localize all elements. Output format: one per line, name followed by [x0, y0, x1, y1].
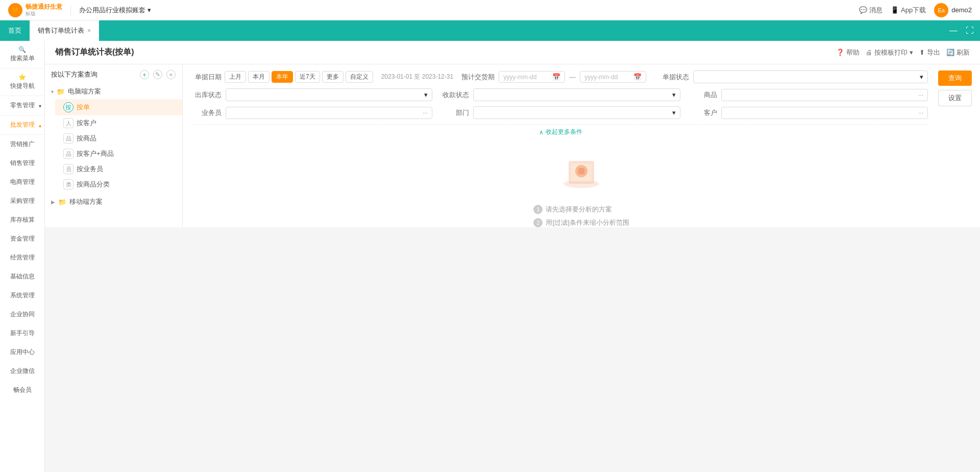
export-btn[interactable]: ⬆ 导出	[919, 48, 940, 57]
main-right: 单据日期 上月 本月 本年 近7天 更多 自定义 2023	[183, 64, 980, 227]
out-status-select[interactable]: ▾	[226, 88, 432, 101]
scheme-panel: 按以下方案查询 + ✎ « ▾	[45, 64, 183, 227]
tab-home-label: 首页	[8, 26, 21, 35]
user-area[interactable]: Ea demo2	[934, 3, 972, 17]
sidebar-item-wechat[interactable]: 企业微信	[0, 362, 44, 381]
scheme-by-category[interactable]: 类 按商品分类	[55, 177, 182, 192]
customer-group: 客户 ···	[689, 107, 928, 119]
customer-select[interactable]: ···	[721, 107, 928, 119]
scheme-by-goods[interactable]: 品 按商品	[55, 131, 182, 146]
logo-area: 🧡 畅捷通好生意 标版	[8, 3, 62, 17]
tab-maximize-btn[interactable]: ⛶	[964, 25, 976, 37]
filter-and-panel: 按以下方案查询 + ✎ « ▾	[45, 64, 980, 227]
sidebar-item-operations[interactable]: 经营管理	[0, 248, 44, 267]
expected-date-start[interactable]: yyyy-mm-dd 📅	[499, 71, 565, 83]
sidebar-item-enterprise[interactable]: 企业协同	[0, 305, 44, 324]
date-last7-btn[interactable]: 近7天	[295, 71, 320, 83]
template-print-btn[interactable]: 🖨 按模板打印 ▾	[866, 48, 913, 57]
apps-label: 应用中心	[10, 348, 35, 357]
settings-btn[interactable]: 设置	[938, 90, 972, 106]
sidebar-item-finance[interactable]: 资金管理	[0, 229, 44, 248]
help-btn[interactable]: ❓ 帮助	[836, 48, 860, 57]
by-salesperson-label: 按业务员	[77, 164, 103, 174]
sidebar-item-sales[interactable]: 销售管理	[0, 154, 44, 173]
message-label: 消息	[869, 6, 883, 15]
sidebar-item-basic[interactable]: 基础信息	[0, 267, 44, 286]
wholesale-label: 批发管理	[10, 121, 35, 129]
payment-status-select[interactable]: ▾	[473, 88, 680, 101]
scheme-by-customer[interactable]: 人 按客户	[55, 115, 182, 131]
sidebar-search-menu[interactable]: 🔍 搜索菜单	[0, 41, 44, 68]
scheme-by-salesperson[interactable]: 员 按业务员	[55, 161, 182, 177]
sidebar-item-purchase[interactable]: 采购管理	[0, 192, 44, 210]
top-bar-right: 💬 消息 📱 App下载 Ea demo2	[859, 3, 972, 17]
refresh-btn[interactable]: 🔄 刷新	[946, 48, 970, 57]
sidebar-item-retail[interactable]: 零售管理 ▾	[0, 96, 44, 115]
collapse-label: 收起更多条件	[546, 128, 582, 136]
add-circle-icon[interactable]: +	[140, 70, 149, 79]
date-this-month-btn[interactable]: 本月	[248, 71, 270, 83]
goods-select[interactable]: ···	[721, 89, 928, 101]
sidebar-item-system[interactable]: 系统管理	[0, 286, 44, 305]
mobile-expand-arrow: ▶	[51, 199, 55, 205]
tree-expand-arrow: ▾	[51, 89, 54, 95]
sidebar-quick-nav[interactable]: ⭐ 快捷导航	[0, 68, 44, 96]
bill-status-select[interactable]: ▾	[693, 70, 928, 83]
scheme-add-btn[interactable]: +	[139, 69, 150, 80]
date-more-btn[interactable]: 更多	[322, 71, 344, 83]
sidebar-item-member[interactable]: 畅会员	[0, 381, 44, 399]
bill-date-label: 单据日期	[193, 73, 222, 82]
tab-bar-controls: — ⛶	[947, 25, 980, 37]
scheme-collapse-btn[interactable]: «	[166, 69, 176, 80]
query-btn[interactable]: 查询	[938, 70, 972, 86]
wechat-label: 企业微信	[10, 367, 35, 375]
svg-rect-4	[578, 168, 584, 174]
print-chevron: ▾	[910, 49, 913, 56]
out-status-label: 出库状态	[193, 90, 222, 100]
scheme-by-order[interactable]: 按 按单	[55, 99, 182, 115]
app-download-btn[interactable]: 📱 App下载	[891, 6, 926, 15]
tree-pc-schemes[interactable]: ▾ 📁 电脑端方案	[45, 84, 182, 99]
salesperson-label: 业务员	[193, 108, 222, 117]
sidebar-item-wholesale[interactable]: 批发管理 ▴	[0, 115, 44, 135]
sidebar-item-inventory[interactable]: 库存核算	[0, 210, 44, 229]
goods-more-icon[interactable]: ···	[918, 91, 923, 99]
download-icon: 📱	[891, 6, 899, 14]
date-last-month-btn[interactable]: 上月	[225, 71, 246, 83]
department-select[interactable]: ▾	[473, 106, 680, 119]
by-customer-label: 按客户	[77, 119, 96, 128]
tab-bar: 首页 销售订单统计表 × — ⛶	[0, 20, 980, 41]
date-custom-btn[interactable]: 自定义	[346, 71, 373, 83]
sidebar-item-apps[interactable]: 应用中心	[0, 343, 44, 362]
tab-close-icon[interactable]: ×	[87, 27, 91, 34]
tree-folder-icon: 📁	[57, 88, 65, 96]
expected-date-end[interactable]: yyyy-mm-dd 📅	[580, 71, 646, 83]
tip1-num: 1	[533, 205, 543, 214]
newbie-label: 新手引导	[10, 329, 35, 338]
refresh-label: 刷新	[957, 48, 970, 57]
tree-mobile-schemes[interactable]: ▶ 📁 移动端方案	[45, 194, 182, 209]
by-salesperson-icon: 员	[63, 164, 74, 174]
date-this-year-btn[interactable]: 本年	[272, 71, 293, 83]
sidebar-item-newbie[interactable]: 新手引导	[0, 324, 44, 343]
edit-circle-icon[interactable]: ✎	[153, 70, 162, 79]
tab-minimize-btn[interactable]: —	[947, 25, 960, 37]
message-btn[interactable]: 💬 消息	[859, 6, 883, 15]
collapse-btn[interactable]: ∧ 收起更多条件	[193, 124, 928, 139]
tab-home[interactable]: 首页	[0, 20, 30, 41]
scheme-by-customer-goods[interactable]: 品 按客户+商品	[55, 146, 182, 161]
collapse-circle-icon[interactable]: «	[166, 70, 176, 79]
empty-illustration	[556, 146, 607, 197]
customer-more-icon[interactable]: ···	[918, 109, 923, 116]
sidebar-item-marketing[interactable]: 营销推广	[0, 135, 44, 154]
scheme-edit-btn[interactable]: ✎	[153, 69, 163, 80]
salesperson-more-icon[interactable]: ···	[423, 109, 428, 116]
salesperson-select[interactable]: ···	[226, 107, 432, 119]
export-icon: ⬆	[919, 49, 925, 56]
sidebar-item-ecommerce[interactable]: 电商管理	[0, 173, 44, 192]
workspace-selector[interactable]: 办公用品行业模拟账套 ▾	[79, 6, 151, 15]
member-label: 畅会员	[13, 386, 32, 394]
app-logo: 🧡	[8, 3, 22, 17]
tab-active[interactable]: 销售订单统计表 ×	[30, 20, 99, 41]
empty-svg	[556, 146, 607, 197]
